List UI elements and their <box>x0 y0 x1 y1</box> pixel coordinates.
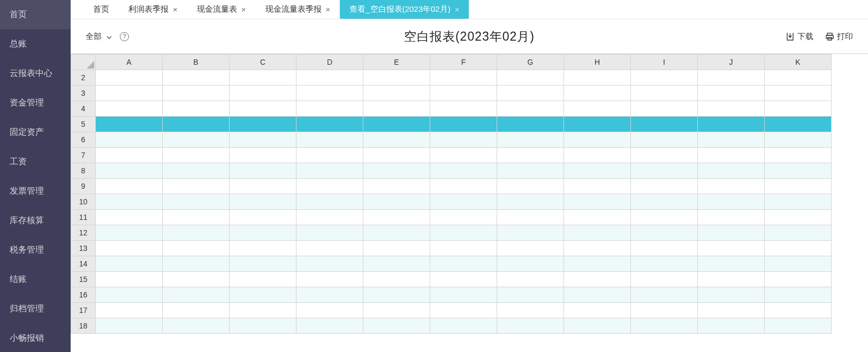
cell-E14[interactable] <box>363 256 430 272</box>
sidebar-item-4[interactable]: 固定资产 <box>0 118 71 147</box>
select-all-corner[interactable] <box>71 55 96 70</box>
cell-C11[interactable] <box>230 210 296 225</box>
cell-H7[interactable] <box>564 148 631 163</box>
cell-J16[interactable] <box>698 287 765 303</box>
cell-B14[interactable] <box>163 256 230 272</box>
cell-F13[interactable] <box>430 241 497 256</box>
column-header-J[interactable]: J <box>698 55 765 70</box>
cell-G17[interactable] <box>497 303 564 318</box>
close-icon[interactable]: × <box>455 5 460 14</box>
cell-A12[interactable] <box>96 225 163 241</box>
cell-B2[interactable] <box>163 70 230 86</box>
cell-E13[interactable] <box>363 241 430 256</box>
cell-C13[interactable] <box>230 241 296 256</box>
cell-K18[interactable] <box>765 318 832 334</box>
cell-K10[interactable] <box>765 194 832 210</box>
row-header-18[interactable]: 18 <box>71 318 96 334</box>
cell-E6[interactable] <box>363 132 430 148</box>
tab-1[interactable]: 利润表季报× <box>119 0 187 19</box>
cell-F14[interactable] <box>430 256 497 272</box>
row-header-5[interactable]: 5 <box>71 117 96 132</box>
column-header-H[interactable]: H <box>564 55 631 70</box>
row-header-3[interactable]: 3 <box>71 86 96 101</box>
cell-H15[interactable] <box>564 272 631 287</box>
cell-G8[interactable] <box>497 163 564 179</box>
cell-J2[interactable] <box>698 70 765 86</box>
row-header-14[interactable]: 14 <box>71 256 96 272</box>
cell-I15[interactable] <box>631 272 698 287</box>
cell-E10[interactable] <box>363 194 430 210</box>
cell-C14[interactable] <box>230 256 296 272</box>
cell-J13[interactable] <box>698 241 765 256</box>
cell-F17[interactable] <box>430 303 497 318</box>
sidebar-item-9[interactable]: 结账 <box>0 265 71 294</box>
sidebar-item-3[interactable]: 资金管理 <box>0 88 71 118</box>
row-header-13[interactable]: 13 <box>71 241 96 256</box>
cell-I3[interactable] <box>631 86 698 101</box>
cell-C12[interactable] <box>230 225 296 241</box>
cell-J15[interactable] <box>698 272 765 287</box>
cell-C17[interactable] <box>230 303 296 318</box>
cell-K8[interactable] <box>765 163 832 179</box>
row-header-12[interactable]: 12 <box>71 225 96 241</box>
tab-0[interactable]: 首页 <box>83 0 119 19</box>
help-icon[interactable]: ? <box>120 32 129 41</box>
cell-I18[interactable] <box>631 318 698 334</box>
cell-E12[interactable] <box>363 225 430 241</box>
cell-G5[interactable] <box>497 117 564 132</box>
cell-F5[interactable] <box>430 117 497 132</box>
cell-D10[interactable] <box>296 194 363 210</box>
cell-E5[interactable] <box>363 117 430 132</box>
sidebar-item-7[interactable]: 库存核算 <box>0 206 71 235</box>
cell-B18[interactable] <box>163 318 230 334</box>
cell-J10[interactable] <box>698 194 765 210</box>
cell-J8[interactable] <box>698 163 765 179</box>
cell-F4[interactable] <box>430 101 497 117</box>
cell-B4[interactable] <box>163 101 230 117</box>
cell-A5[interactable] <box>96 117 163 132</box>
cell-H17[interactable] <box>564 303 631 318</box>
cell-E17[interactable] <box>363 303 430 318</box>
cell-A9[interactable] <box>96 179 163 194</box>
row-header-7[interactable]: 7 <box>71 148 96 163</box>
cell-C16[interactable] <box>230 287 296 303</box>
cell-C4[interactable] <box>230 101 296 117</box>
cell-I13[interactable] <box>631 241 698 256</box>
cell-B11[interactable] <box>163 210 230 225</box>
cell-D14[interactable] <box>296 256 363 272</box>
column-header-F[interactable]: F <box>430 55 497 70</box>
cell-K5[interactable] <box>765 117 832 132</box>
cell-I16[interactable] <box>631 287 698 303</box>
cell-H6[interactable] <box>564 132 631 148</box>
cell-K4[interactable] <box>765 101 832 117</box>
cell-D7[interactable] <box>296 148 363 163</box>
cell-C7[interactable] <box>230 148 296 163</box>
cell-K11[interactable] <box>765 210 832 225</box>
cell-D13[interactable] <box>296 241 363 256</box>
cell-C6[interactable] <box>230 132 296 148</box>
cell-B17[interactable] <box>163 303 230 318</box>
cell-H18[interactable] <box>564 318 631 334</box>
cell-A11[interactable] <box>96 210 163 225</box>
cell-F11[interactable] <box>430 210 497 225</box>
cell-K14[interactable] <box>765 256 832 272</box>
cell-G4[interactable] <box>497 101 564 117</box>
cell-D11[interactable] <box>296 210 363 225</box>
sidebar-item-5[interactable]: 工资 <box>0 147 71 177</box>
print-button[interactable]: 打印 <box>825 32 853 42</box>
cell-D8[interactable] <box>296 163 363 179</box>
cell-G16[interactable] <box>497 287 564 303</box>
cell-E3[interactable] <box>363 86 430 101</box>
row-header-2[interactable]: 2 <box>71 70 96 86</box>
cell-A14[interactable] <box>96 256 163 272</box>
cell-E7[interactable] <box>363 148 430 163</box>
cell-B3[interactable] <box>163 86 230 101</box>
cell-I9[interactable] <box>631 179 698 194</box>
cell-B12[interactable] <box>163 225 230 241</box>
tab-4[interactable]: 查看_空白报表(2023年02月)× <box>340 0 469 19</box>
spreadsheet[interactable]: ABCDEFGHIJK23456789101112131415161718 <box>71 53 868 352</box>
cell-G7[interactable] <box>497 148 564 163</box>
cell-A13[interactable] <box>96 241 163 256</box>
cell-I2[interactable] <box>631 70 698 86</box>
tab-2[interactable]: 现金流量表× <box>187 0 256 19</box>
